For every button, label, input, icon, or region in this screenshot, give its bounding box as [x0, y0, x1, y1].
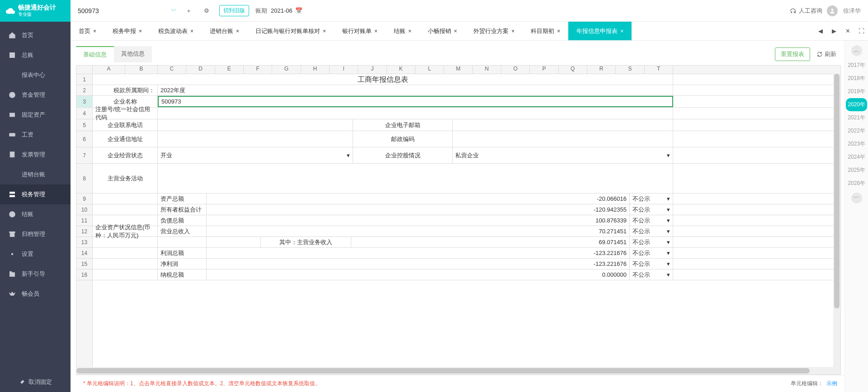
col-header-G[interactable]: G	[272, 66, 301, 74]
val-biz-status[interactable]: 开业▾	[158, 147, 353, 163]
col-header-R[interactable]: R	[587, 66, 616, 74]
tab-close-icon[interactable]: ×	[236, 28, 239, 34]
col-header-M[interactable]: M	[444, 66, 472, 74]
tab-close-icon[interactable]: ×	[620, 28, 623, 34]
year-2018年[interactable]: 2018年	[846, 72, 867, 85]
chevron-down-icon[interactable]: ▾	[667, 260, 670, 267]
row-header-2[interactable]: 2	[76, 85, 92, 96]
fullscreen-icon[interactable]: ⛶	[854, 24, 868, 38]
nav-home[interactable]: 首页	[0, 25, 71, 45]
nav-report[interactable]: 报表中心	[0, 65, 71, 85]
year-2025年[interactable]: 2025年	[846, 164, 867, 177]
col-header-L[interactable]: L	[415, 66, 444, 74]
val-postal[interactable]	[453, 131, 673, 147]
add-button[interactable]: ＋	[182, 5, 195, 17]
tab-close-icon[interactable]: ×	[93, 28, 96, 34]
tab-close-icon[interactable]: ×	[374, 28, 377, 34]
col-header-O[interactable]: O	[501, 66, 530, 74]
tab-10[interactable]: 年报信息申报表×	[568, 22, 632, 40]
chevron-down-icon[interactable]: ▾	[667, 239, 670, 246]
tab-7[interactable]: 小畅报销×	[420, 22, 465, 40]
row-header-10[interactable]: 10	[76, 204, 92, 215]
corner-cell[interactable]	[76, 66, 93, 74]
nav-inout[interactable]: 进销台账	[0, 165, 71, 184]
nav-settings[interactable]: 设置	[0, 244, 71, 264]
col-header-F[interactable]: F	[244, 66, 272, 74]
col-header-H[interactable]: H	[301, 66, 330, 74]
tabs-next[interactable]: ▶	[827, 24, 841, 38]
col-header-A[interactable]: A	[93, 66, 125, 74]
tab-4[interactable]: 日记账与银行对账单核对×	[247, 22, 334, 40]
val-fin[interactable]: -123.221676	[207, 259, 630, 269]
vertical-scrollbar[interactable]	[833, 74, 840, 367]
input-company-name[interactable]: 500973	[158, 96, 673, 107]
val-email[interactable]	[453, 119, 673, 131]
tabs-prev[interactable]: ◀	[814, 24, 827, 38]
col-header-S[interactable]: S	[616, 66, 644, 74]
row-header-14[interactable]: 14	[76, 248, 92, 259]
val-fin[interactable]: -123.221676	[207, 248, 630, 258]
tab-1[interactable]: 税务申报×	[104, 22, 150, 40]
row-header-9[interactable]: 9	[76, 194, 92, 204]
val-fin[interactable]: 70.271451	[207, 226, 630, 236]
tabs-close-all[interactable]: ✕	[841, 24, 854, 38]
unpin-button[interactable]: 取消固定	[0, 372, 71, 392]
tab-5[interactable]: 银行对账单×	[334, 22, 386, 40]
chevron-down-icon[interactable]: ▾	[667, 250, 670, 256]
col-header-I[interactable]: I	[330, 66, 358, 74]
chevron-down-icon[interactable]: ▾	[667, 206, 670, 213]
nav-asset[interactable]: 固定资产	[0, 105, 71, 125]
calendar-icon[interactable]: 📅	[295, 7, 302, 14]
nav-ledger[interactable]: 总账	[0, 45, 71, 65]
col-header-C[interactable]: C	[158, 66, 186, 74]
tab-close-icon[interactable]: ×	[454, 28, 457, 34]
year-down[interactable]: ﹀	[851, 193, 862, 203]
company-select[interactable]: 500973 ﹀	[78, 7, 177, 15]
col-header-D[interactable]: D	[186, 66, 215, 74]
disclosure-select[interactable]: 不公示▾	[630, 259, 673, 269]
row-header-5[interactable]: 5	[76, 119, 92, 131]
nav-invoice[interactable]: 发票管理	[0, 145, 71, 165]
nav-vip[interactable]: 畅会员	[0, 284, 71, 304]
consult-button[interactable]: 人工咨询	[789, 7, 822, 15]
year-2022年[interactable]: 2022年	[846, 124, 867, 137]
row-header-3[interactable]: 3	[76, 96, 92, 108]
val-fin[interactable]: -120.942355	[207, 204, 630, 215]
row-header-15[interactable]: 15	[76, 259, 92, 269]
tab-9[interactable]: 科目期初×	[523, 22, 568, 40]
info-tab-other[interactable]: 其他信息	[114, 46, 152, 62]
disclosure-select[interactable]: 不公示▾	[630, 204, 673, 215]
vscroll-thumb[interactable]	[834, 74, 840, 308]
tab-close-icon[interactable]: ×	[557, 28, 560, 34]
year-2020年[interactable]: 2020年	[846, 98, 867, 111]
row-header-1[interactable]: 1	[76, 74, 92, 85]
year-up[interactable]: ︿	[851, 45, 862, 56]
disclosure-select[interactable]: 不公示▾	[630, 269, 673, 280]
year-2024年[interactable]: 2024年	[846, 151, 867, 164]
val-fin[interactable]: -20.066016	[207, 194, 630, 204]
row-header-12[interactable]: 12	[76, 226, 92, 237]
col-header-K[interactable]: K	[387, 66, 415, 74]
val-fin[interactable]: 69.071451	[351, 237, 630, 247]
val-fin[interactable]: 100.876339	[207, 215, 630, 226]
reset-report-button[interactable]: 重置报表	[775, 47, 810, 61]
tab-2[interactable]: 税负波动表×	[150, 22, 202, 40]
row-header-13[interactable]: 13	[76, 237, 92, 248]
chevron-down-icon[interactable]: ▾	[667, 228, 670, 235]
avatar[interactable]	[827, 5, 838, 16]
col-header-B[interactable]: B	[125, 66, 158, 74]
year-2019年[interactable]: 2019年	[846, 85, 867, 98]
tab-close-icon[interactable]: ×	[139, 28, 142, 34]
val-main-activity[interactable]	[158, 164, 673, 193]
val-holding[interactable]: 私营企业▾	[453, 147, 673, 163]
hscroll-thumb[interactable]	[76, 368, 810, 373]
tab-close-icon[interactable]: ×	[323, 28, 326, 34]
row-header-8[interactable]: 8	[76, 164, 92, 194]
tab-6[interactable]: 结账×	[386, 22, 420, 40]
val-address[interactable]	[158, 131, 353, 147]
disclosure-select[interactable]: 不公示▾	[630, 226, 673, 236]
chevron-down-icon[interactable]: ﹀	[171, 7, 177, 15]
tab-close-icon[interactable]: ×	[511, 28, 514, 34]
val-reg-code[interactable]	[158, 108, 673, 119]
year-2021年[interactable]: 2021年	[846, 111, 867, 124]
